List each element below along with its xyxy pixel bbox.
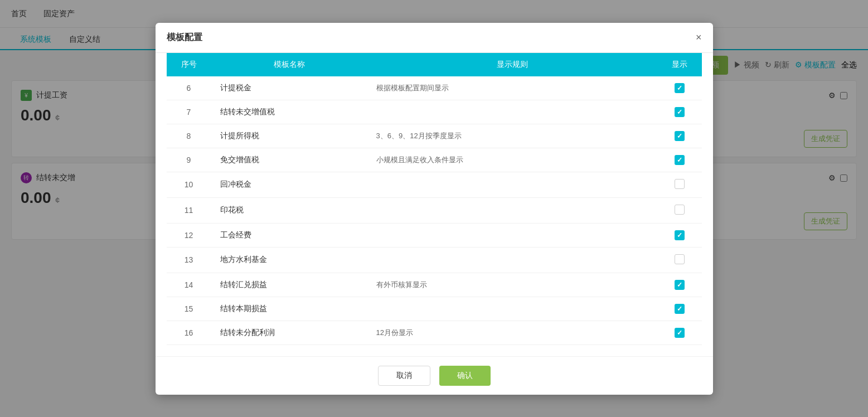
cancel-button[interactable]: 取消 [378,366,430,386]
cell-rule: 12月份显示 [367,321,657,345]
table-row: 16结转未分配利润12月份显示 [167,321,702,345]
cell-id: 8 [167,124,211,148]
cell-id: 16 [167,321,211,345]
cell-id: 14 [167,273,211,297]
cell-rule [367,223,657,247]
checkbox-11[interactable] [675,205,685,215]
cell-name: 结转未交增值税 [211,100,367,124]
col-header-display: 显示 [657,53,702,76]
cell-name: 印花税 [211,197,367,223]
cell-id: 7 [167,100,211,124]
cell-name: 结转汇兑损益 [211,273,367,297]
checkbox-7[interactable] [675,107,685,117]
table-row: 8计提所得税3、6、9、12月按季度显示 [167,124,702,148]
cell-id: 10 [167,172,211,197]
cell-display [657,223,702,247]
cell-rule [367,297,657,321]
modal-footer: 取消 确认 [156,356,713,395]
modal-close-button[interactable]: × [696,32,702,42]
cell-display [657,124,702,148]
cell-id: 15 [167,297,211,321]
cell-id: 12 [167,223,211,247]
cell-name: 工会经费 [211,223,367,247]
table-row: 13地方水利基金 [167,247,702,273]
cell-display [657,247,702,273]
table-row: 14结转汇兑损益有外币核算显示 [167,273,702,297]
cell-id: 6 [167,76,211,100]
table-row: 15结转本期损益 [167,297,702,321]
modal-title: 模板配置 [167,32,202,43]
cell-display [657,273,702,297]
table-body: 6计提税金根据模板配置期间显示7结转未交增值税8计提所得税3、6、9、12月按季… [167,76,702,345]
cell-rule: 小规模且满足收入条件显示 [367,148,657,172]
cell-rule [367,172,657,197]
modal-body: 序号 模板名称 显示规则 显示 6计提税金根据模板配置期间显示7结转未交增值税8… [156,53,713,356]
cell-name: 结转未分配利润 [211,321,367,345]
cell-rule [367,100,657,124]
cell-name: 计提税金 [211,76,367,100]
cell-display [657,297,702,321]
modal-template-config: 模板配置 × 序号 模板名称 显示规则 显示 6计提税金根据模板配置期间显示7结… [156,23,713,395]
cell-rule: 3、6、9、12月按季度显示 [367,124,657,148]
cell-display [657,100,702,124]
cell-display [657,321,702,345]
table-row: 9免交增值税小规模且满足收入条件显示 [167,148,702,172]
checkbox-10[interactable] [675,179,685,189]
cell-name: 结转本期损益 [211,297,367,321]
checkbox-8[interactable] [675,131,685,141]
cell-display [657,197,702,223]
cell-rule [367,197,657,223]
cell-id: 11 [167,197,211,223]
checkbox-14[interactable] [675,280,685,290]
checkbox-16[interactable] [675,328,685,338]
checkbox-12[interactable] [675,230,685,240]
table-row: 6计提税金根据模板配置期间显示 [167,76,702,100]
table-header: 序号 模板名称 显示规则 显示 [167,53,702,76]
config-table: 序号 模板名称 显示规则 显示 6计提税金根据模板配置期间显示7结转未交增值税8… [167,53,702,345]
table-row: 10回冲税金 [167,172,702,197]
cell-rule: 根据模板配置期间显示 [367,76,657,100]
cell-display [657,76,702,100]
checkbox-6[interactable] [675,83,685,93]
col-header-id: 序号 [167,53,211,76]
col-header-rule: 显示规则 [367,53,657,76]
cell-name: 免交增值税 [211,148,367,172]
cell-display [657,148,702,172]
checkbox-13[interactable] [675,254,685,264]
checkbox-9[interactable] [675,155,685,165]
table-row: 7结转未交增值税 [167,100,702,124]
table-row: 11印花税 [167,197,702,223]
cell-rule [367,247,657,273]
table-row: 12工会经费 [167,223,702,247]
confirm-button[interactable]: 确认 [439,366,491,386]
cell-id: 9 [167,148,211,172]
checkbox-15[interactable] [675,304,685,314]
modal-header: 模板配置 × [156,23,713,53]
cell-name: 计提所得税 [211,124,367,148]
cell-name: 回冲税金 [211,172,367,197]
col-header-name: 模板名称 [211,53,367,76]
cell-display [657,172,702,197]
modal-overlay: 模板配置 × 序号 模板名称 显示规则 显示 6计提税金根据模板配置期间显示7结… [0,0,868,417]
cell-name: 地方水利基金 [211,247,367,273]
cell-id: 13 [167,247,211,273]
cell-rule: 有外币核算显示 [367,273,657,297]
